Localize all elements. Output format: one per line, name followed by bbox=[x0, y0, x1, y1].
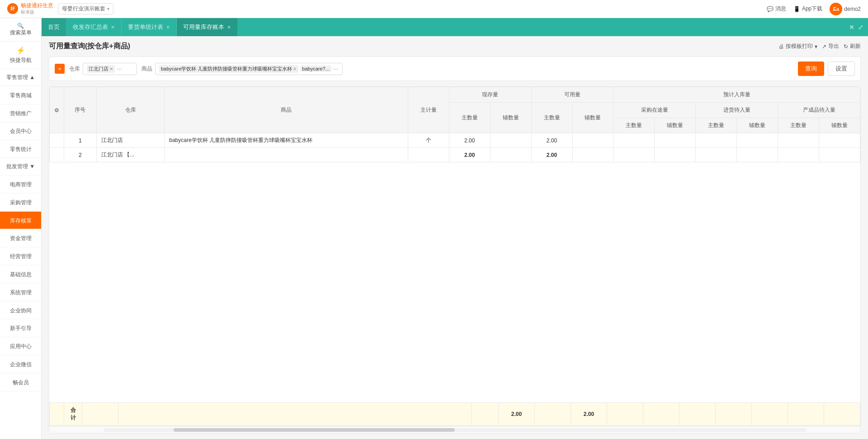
logo-icon: 好 bbox=[7, 3, 18, 14]
tab-bar-actions: ✕ ⤢ bbox=[844, 18, 868, 36]
table-empty-space bbox=[49, 162, 860, 402]
sidebar-item-quick-nav[interactable]: ⚡ 快捷导航 bbox=[0, 42, 41, 69]
cell-current-aux-1 bbox=[490, 133, 531, 148]
chevron-down-icon: ▾ bbox=[107, 6, 109, 11]
finance-label: 资金管理 bbox=[10, 235, 32, 242]
main-layout: 🔍 搜索菜单 ⚡ 快捷导航 零售管理 ▲ 零售商城 营销推广 会员中心 零售统计… bbox=[0, 18, 868, 439]
table-wrapper: ⚙ 序号 仓库 商品 主计量 现存量 可用量 预计入库量 主数量 辅数量 bbox=[49, 86, 861, 434]
summary-product-main bbox=[788, 403, 824, 426]
sidebar-item-ecommerce[interactable]: 电商管理 bbox=[0, 175, 41, 194]
sidebar-item-enterprise-wechat[interactable]: 企业微信 bbox=[0, 355, 41, 373]
tab-close-all-icon[interactable]: ✕ bbox=[849, 24, 854, 31]
export-button[interactable]: ↗ 导出 bbox=[822, 42, 839, 50]
tab-expand-icon[interactable]: ⤢ bbox=[858, 24, 863, 31]
tab-available-stock-close[interactable]: ✕ bbox=[227, 24, 231, 30]
refresh-button[interactable]: ↻ 刷新 bbox=[844, 42, 861, 50]
product-tag1-close-icon[interactable]: ✕ bbox=[293, 66, 297, 71]
tab-order-stats-close[interactable]: ✕ bbox=[166, 24, 170, 30]
sidebar-item-retail-mall[interactable]: 零售商城 bbox=[0, 86, 41, 104]
warehouse-tag: 江北门店 ✕ bbox=[87, 65, 115, 73]
cell-available-aux-1 bbox=[572, 133, 613, 148]
app-download-button[interactable]: 📱 App下载 bbox=[793, 5, 822, 13]
inventory-label: 库存核算 bbox=[10, 217, 32, 225]
th-current-main: 主数量 bbox=[449, 103, 490, 133]
summary-available-aux bbox=[607, 403, 643, 426]
query-button[interactable]: 查询 bbox=[798, 61, 824, 76]
sidebar-item-finance[interactable]: 资金管理 bbox=[0, 229, 41, 247]
tab-spacer bbox=[238, 18, 844, 36]
sidebar-item-enterprise-collab[interactable]: 企业协同 bbox=[0, 302, 41, 320]
basic-info-label: 基础信息 bbox=[10, 271, 32, 279]
scroll-thumb bbox=[174, 428, 455, 432]
message-button[interactable]: 💬 消息 bbox=[767, 5, 786, 13]
cell-current-main-1: 2.00 bbox=[449, 133, 490, 148]
horizontal-scrollbar[interactable] bbox=[104, 428, 806, 432]
print-template-button[interactable]: 🖨 按模板打印 ▾ bbox=[778, 42, 817, 50]
sidebar-item-member[interactable]: 会员中心 bbox=[0, 122, 41, 140]
sidebar-search-label: 搜索菜单 bbox=[4, 29, 38, 37]
th-settings[interactable]: ⚙ bbox=[50, 87, 64, 133]
refresh-label: 刷新 bbox=[850, 42, 861, 50]
sidebar-quick-nav-label: 快捷导航 bbox=[10, 57, 32, 64]
th-available-aux: 辅数量 bbox=[572, 103, 613, 133]
warehouse-filter-field[interactable]: 江北门店 ✕ ··· bbox=[83, 63, 137, 75]
cell-current-aux-2 bbox=[490, 148, 531, 162]
sidebar-search[interactable]: 🔍 搜索菜单 bbox=[0, 18, 41, 42]
industry-label: 母婴行业演示账套 bbox=[62, 5, 105, 13]
sidebar-item-wholesale[interactable]: 批发管理 ▼ bbox=[0, 158, 41, 175]
sidebar-item-vip[interactable]: 畅会员 bbox=[0, 373, 41, 392]
print-chevron-icon: ▾ bbox=[815, 43, 817, 50]
marketing-label: 营销推广 bbox=[10, 110, 32, 118]
top-bar: 好 畅捷通好生意 标准版 母婴行业演示账套 ▾ 💬 消息 📱 App下载 Ea … bbox=[0, 0, 868, 18]
page-content: 可用量查询(按仓库+商品) 🖨 按模板打印 ▾ ↗ 导出 ↻ 刷新 bbox=[42, 36, 868, 439]
sidebar-item-inventory[interactable]: 库存核算 bbox=[0, 212, 41, 230]
user-area[interactable]: Ea demo2 bbox=[830, 3, 861, 15]
tab-available-stock[interactable]: 可用量库存账本 ✕ bbox=[177, 18, 238, 36]
sidebar-item-marketing[interactable]: 营销推广 bbox=[0, 104, 41, 123]
sidebar-item-operations[interactable]: 经营管理 bbox=[0, 247, 41, 265]
message-label: 消息 bbox=[775, 5, 786, 13]
vip-label: 畅会员 bbox=[13, 379, 29, 387]
cell-purchase-main-1 bbox=[613, 133, 655, 148]
warehouse-more-icon[interactable]: ··· bbox=[117, 65, 122, 72]
product-filter-group: 商品 babycare学饮杯 儿童防摔防撞吸管杯重力球吸嘴杯宝宝水杯 ✕ bab… bbox=[142, 63, 343, 75]
cell-purchase-aux-2 bbox=[655, 148, 696, 162]
cell-unit-1: 个 bbox=[408, 133, 449, 148]
sidebar-item-new-guide[interactable]: 新手引导 bbox=[0, 319, 41, 337]
cell-product-main-2 bbox=[778, 148, 819, 162]
filter-expand-button[interactable]: » bbox=[55, 64, 65, 74]
logo-text: 畅捷通好生意 bbox=[21, 2, 53, 9]
ecommerce-label: 电商管理 bbox=[10, 181, 32, 189]
summary-unit bbox=[472, 403, 499, 426]
tab-home[interactable]: 首页 bbox=[42, 18, 66, 36]
tab-receive-summary[interactable]: 收发存汇总表 ✕ bbox=[66, 18, 122, 36]
product-filter-field[interactable]: babycare学饮杯 儿童防摔防撞吸管杯重力球吸嘴杯宝宝水杯 ✕ babyca… bbox=[155, 63, 343, 75]
logo-area: 好 畅捷通好生意 标准版 bbox=[7, 2, 53, 15]
tab-receive-summary-close[interactable]: ✕ bbox=[111, 24, 115, 30]
product-more-icon[interactable]: ··· bbox=[333, 65, 339, 72]
industry-selector[interactable]: 母婴行业演示账套 ▾ bbox=[58, 3, 113, 14]
sidebar-item-purchase[interactable]: 采购管理 bbox=[0, 194, 41, 212]
cell-warehouse-2: 江北门店 【... bbox=[96, 148, 164, 162]
summary-label: 合计 bbox=[64, 403, 82, 426]
app-center-label: 应用中心 bbox=[10, 343, 32, 350]
avatar: Ea bbox=[830, 3, 842, 15]
warehouse-tag-close-icon[interactable]: ✕ bbox=[109, 66, 113, 71]
product-tag2: babycare?... bbox=[300, 66, 331, 72]
th-available-main: 主数量 bbox=[531, 103, 572, 133]
cell-available-main-2: 2.00 bbox=[531, 148, 572, 162]
th-product: 商品 bbox=[165, 87, 408, 133]
filter-area: » 仓库 江北门店 ✕ ··· 商品 babycare bbox=[49, 57, 861, 81]
th-inbound-main: 主数量 bbox=[696, 118, 737, 133]
sidebar-item-retail-stats[interactable]: 零售统计 bbox=[0, 140, 41, 158]
app-icon: 📱 bbox=[793, 6, 800, 12]
cell-available-aux-2 bbox=[572, 148, 613, 162]
setting-button[interactable]: 设置 bbox=[828, 61, 855, 76]
tab-order-stats[interactable]: 要货单统计表 ✕ bbox=[122, 18, 177, 36]
app-download-label: App下载 bbox=[802, 5, 822, 13]
retail-mgmt-label: 零售管理 ▲ bbox=[6, 74, 35, 81]
sidebar-item-basic-info[interactable]: 基础信息 bbox=[0, 265, 41, 283]
sidebar-item-app-center[interactable]: 应用中心 bbox=[0, 337, 41, 355]
sidebar-item-system[interactable]: 系统管理 bbox=[0, 283, 41, 302]
sidebar-item-retail-mgmt[interactable]: 零售管理 ▲ bbox=[0, 69, 41, 86]
